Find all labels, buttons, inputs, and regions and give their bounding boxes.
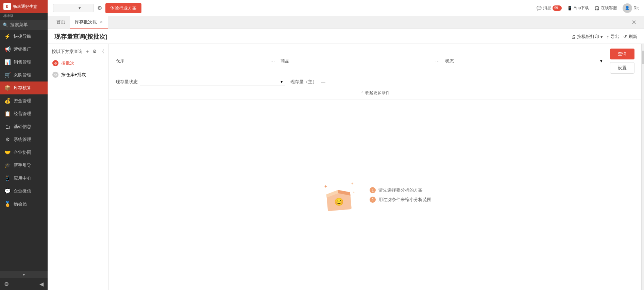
search-icon: 🔍 — [3, 22, 8, 28]
business-icon: 📋 — [4, 111, 11, 117]
filter-product: 商品 ··· — [281, 57, 440, 65]
refresh-icon: ↺ — [623, 34, 627, 39]
stock-status-dropdown-icon: ▾ — [281, 79, 283, 84]
filter-settings-btn[interactable]: 设置 — [610, 62, 634, 74]
enterprise-icon: 🤝 — [4, 149, 11, 156]
avatar: 👤 — [623, 3, 632, 13]
query-btn[interactable]: 查询 — [610, 49, 634, 59]
sidebar-item-business[interactable]: 📋 经营管理 — [0, 107, 48, 120]
topbar-settings-icon[interactable]: ⚙ — [97, 5, 102, 11]
sidebar-item-app-center[interactable]: 📱 应用中心 — [0, 172, 48, 185]
settings-footer-icon[interactable]: ⚙ — [4, 281, 9, 287]
empty-tip-2: 2 用过滤条件来缩小分析范围 — [370, 197, 431, 203]
message-label: 消息 — [543, 5, 551, 11]
left-panel-icons: ＋ ⚙ 《 — [85, 49, 104, 55]
brand-name: 畅康通好生意 — [13, 4, 37, 9]
print-dropdown-icon: ▾ — [600, 34, 603, 39]
tabbar: 首页 库存批次账 ✕ ✕ — [48, 16, 644, 29]
sidebar-item-sales[interactable]: 📊 销售管理 — [0, 56, 48, 69]
empty-svg: 😊 ✦ ✦ ✦ — [319, 175, 359, 215]
topbar-right: 💬 消息 99+ 📱 App下载 🎧 在线客服 👤 Rit — [537, 3, 639, 13]
tip-text-2: 用过滤条件来缩小分析范围 — [378, 197, 431, 203]
status-select[interactable]: ▾ — [456, 57, 605, 65]
product-more-icon[interactable]: ··· — [435, 58, 440, 64]
product-input[interactable] — [291, 57, 432, 65]
filter-row-1: 仓库 ··· 商品 ··· 状态 — [116, 49, 634, 74]
empty-illustration: 😊 ✦ ✦ ✦ — [319, 175, 359, 215]
solution-item-by-batch[interactable]: ⚙ 按批次 — [48, 57, 108, 69]
print-icon: 🖨 — [571, 34, 576, 39]
stock-status-label: 现存量状态 — [116, 79, 138, 85]
tab-close-all[interactable]: ✕ — [628, 19, 640, 26]
sidebar-item-label: 应用中心 — [14, 175, 31, 181]
finance-icon: 💰 — [4, 98, 11, 104]
filter-stock-qty: 现存量（主） — — [290, 79, 460, 85]
marketing-icon: 📢 — [4, 46, 11, 52]
stock-qty-label: 现存量（主） — [290, 79, 317, 85]
sidebar-item-label: 基础信息 — [14, 124, 31, 130]
tab-close-inventory-batch[interactable]: ✕ — [100, 20, 103, 24]
main-area: ▾ ⚙ 体验行业方案 💬 消息 99+ 📱 App下载 🎧 在线客服 👤 — [48, 0, 644, 290]
sidebar-item-purchase[interactable]: 🛒 采购管理 — [0, 69, 48, 81]
username: Rit — [633, 6, 639, 11]
filter-status: 状态 ▾ — [445, 57, 605, 65]
topbar-dropdown-icon[interactable]: ▾ — [79, 5, 81, 11]
export-btn[interactable]: ↑ 导出 — [607, 34, 620, 40]
status-label: 状态 — [445, 58, 454, 64]
sidebar-item-finance[interactable]: 💰 资金管理 — [0, 94, 48, 107]
add-solution-icon[interactable]: ＋ — [85, 49, 90, 55]
solution-label-by-batch: 按批次 — [61, 60, 74, 66]
sidebar-item-enterprise[interactable]: 🤝 企业协同 — [0, 146, 48, 159]
brand-info: 畅康通好生意 — [13, 4, 37, 9]
refresh-btn[interactable]: ↺ 刷新 — [623, 34, 637, 40]
settings-solution-icon[interactable]: ⚙ — [92, 49, 97, 55]
print-label: 按模板打印 — [577, 34, 599, 40]
print-btn[interactable]: 🖨 按模板打印 ▾ — [571, 34, 603, 40]
online-service-btn[interactable]: 🎧 在线客服 — [594, 5, 617, 11]
tab-home[interactable]: 首页 — [52, 16, 70, 29]
svg-text:✦: ✦ — [351, 182, 354, 185]
sidebar-item-wechat[interactable]: 💬 企业微信 — [0, 185, 48, 198]
basics-icon: 🗂 — [4, 124, 11, 130]
user-area[interactable]: 👤 Rit — [623, 3, 639, 13]
sidebar-item-inventory[interactable]: 📦 库存核算 — [0, 81, 48, 94]
chevron-up-icon: ⌃ — [360, 91, 364, 95]
svg-text:😊: 😊 — [334, 197, 344, 206]
sidebar-item-member[interactable]: 🏅 畅会员 — [0, 198, 48, 211]
message-icon: 💬 — [537, 6, 542, 11]
solution-label-by-warehouse-batch: 按仓库+批次 — [61, 72, 86, 78]
app-download-icon: 📱 — [567, 6, 572, 11]
trial-btn[interactable]: 体验行业方案 — [105, 3, 141, 13]
collapse-more-btn[interactable]: ⌃ 收起更多条件 — [116, 90, 634, 96]
tab-inventory-batch[interactable]: 库存批次账 ✕ — [70, 16, 108, 29]
sidebar-item-system[interactable]: ⚙ 系统管理 — [0, 133, 48, 146]
sidebar-item-label: 畅会员 — [14, 201, 27, 207]
solution-item-by-warehouse-batch[interactable]: ⚙ 按仓库+批次 — [48, 69, 108, 80]
stock-status-select[interactable]: ▾ — [140, 78, 285, 86]
headset-icon: 🎧 — [594, 6, 599, 11]
sidebar-item-basics[interactable]: 🗂 基础信息 — [0, 120, 48, 133]
sidebar-item-label: 营销推广 — [14, 46, 31, 52]
sidebar-search[interactable]: 🔍 搜索菜单 — [0, 20, 48, 30]
topbar-search-area[interactable]: ▾ — [53, 4, 94, 12]
sidebar-scroll-down[interactable]: ▾ — [0, 271, 48, 278]
left-panel-title: 按以下方案查询 — [52, 49, 83, 55]
sidebar-item-label: 企业微信 — [14, 188, 31, 194]
purchase-icon: 🛒 — [4, 72, 11, 78]
sidebar-item-marketing[interactable]: 📢 营销推广 — [0, 43, 48, 56]
app-download-btn[interactable]: 📱 App下载 — [567, 5, 589, 11]
status-dropdown-icon: ▾ — [600, 58, 603, 64]
filter-dash: — — [319, 79, 327, 85]
sidebar-item-quick-nav[interactable]: ⚡ 快捷导航 — [0, 30, 48, 43]
warehouse-input[interactable] — [126, 57, 267, 65]
message-btn[interactable]: 💬 消息 99+ — [537, 5, 562, 11]
warehouse-more-icon[interactable]: ··· — [270, 58, 275, 64]
body-layout: 按以下方案查询 ＋ ⚙ 《 ⚙ 按批次 ⚙ 按仓库+批次 — [48, 44, 644, 290]
topbar-search-input[interactable] — [56, 6, 77, 11]
tab-home-label: 首页 — [56, 19, 65, 25]
collapse-left-panel-icon[interactable]: 《 — [100, 49, 104, 55]
page-header: 现存量查询(按批次) 🖨 按模板打印 ▾ ↑ 导出 ↺ 刷新 — [48, 29, 644, 44]
sidebar-item-newbie[interactable]: 🎓 新手引导 — [0, 159, 48, 172]
collapse-sidebar-icon[interactable]: ◀ — [39, 281, 44, 287]
tab-inventory-batch-label: 库存批次账 — [75, 19, 97, 25]
